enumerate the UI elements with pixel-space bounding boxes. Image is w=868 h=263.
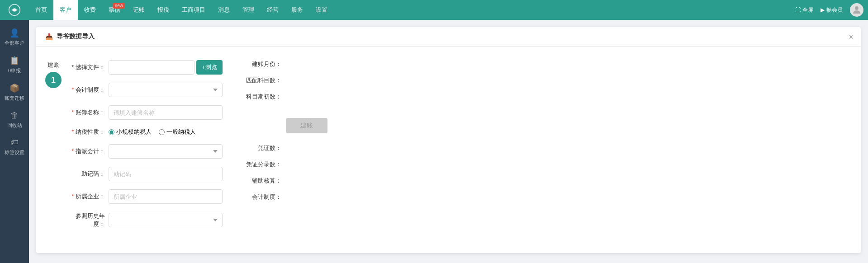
company-input[interactable]	[109, 189, 223, 204]
form-area: 建账 1 * 选择文件： +浏览	[36, 47, 861, 250]
nav-item-bookkeeping[interactable]: 记账	[127, 0, 151, 20]
match-subjects-row: 匹配科目数：	[241, 76, 422, 85]
customer-icon: 👤	[9, 28, 19, 38]
file-label: * 选择文件：	[69, 63, 105, 71]
tax-type-row: 纳税性质： 小规模纳税人 一般纳税人	[69, 128, 223, 136]
voucher-count-label: 凭证数：	[241, 144, 281, 152]
history-year-label: 参照历史年度：	[69, 212, 105, 228]
avatar[interactable]	[850, 3, 863, 17]
step-circle: 1	[45, 72, 62, 88]
auxiliary-label: 辅助核算：	[241, 177, 281, 185]
svg-point-2	[855, 6, 859, 10]
migration-icon: 📦	[9, 83, 19, 93]
sidebar-item-recycle[interactable]: 🗑 回收站	[0, 106, 29, 133]
import-panel: 📥 导爷数据导入 × 建账 1 * 选择文件：	[36, 27, 861, 253]
history-year-row: 参照历史年度：	[69, 212, 223, 228]
fullscreen-button[interactable]: ⛶ 全屏	[795, 6, 813, 14]
file-input[interactable]	[109, 60, 194, 75]
form-left: * 选择文件： +浏览 会计制度：	[69, 60, 223, 236]
history-year-select[interactable]	[109, 213, 223, 227]
ledger-name-row: 账簿名称：	[69, 105, 223, 120]
top-navigation: 首页 客户 收费 票据 new 记账 报税 工商项目 消息 管理 经营 服务 设…	[0, 0, 868, 20]
sidebar-item-migration[interactable]: 📦 账套迁移	[0, 79, 29, 106]
nav-item-settings[interactable]: 设置	[309, 0, 334, 20]
company-row: 所属企业：	[69, 189, 223, 204]
account-system-label: 会计制度：	[69, 86, 105, 94]
account-system-select[interactable]	[109, 83, 223, 97]
svg-point-1	[13, 9, 16, 12]
step-label: 建账	[47, 61, 59, 69]
subject-init-row: 科目期初数：	[241, 93, 422, 101]
radio-general-taxpayer[interactable]: 一般纳税人	[159, 128, 196, 136]
voucher-entries-row: 凭证分录数：	[241, 160, 422, 169]
tax-type-radio-group: 小规模纳税人 一般纳税人	[109, 128, 223, 136]
subject-init-label: 科目期初数：	[241, 93, 281, 101]
file-input-wrap: +浏览	[109, 60, 223, 75]
right-account-system-label: 会计制度：	[241, 193, 281, 201]
nav-item-invoice[interactable]: 票据 new	[102, 0, 127, 20]
tags-icon: 🏷	[10, 138, 19, 147]
assign-accountant-label: 指派会计：	[69, 147, 105, 155]
sidebar-item-tags[interactable]: 🏷 标签设置	[0, 133, 29, 160]
browse-button[interactable]: +浏览	[196, 60, 223, 75]
nav-item-business[interactable]: 工商项目	[175, 0, 212, 20]
voucher-count-row: 凭证数：	[241, 144, 422, 152]
voucher-entries-label: 凭证分录数：	[241, 160, 281, 169]
sidebar-item-declaration[interactable]: 📋 0申报	[0, 51, 29, 79]
main-layout: 👤 全部客户 📋 0申报 📦 账套迁移 🗑 回收站 🏷 标签设置 📥 导爷数据导…	[0, 20, 868, 263]
vip-icon: ▶	[821, 7, 825, 13]
declaration-icon: 📋	[9, 56, 19, 66]
nav-item-customer[interactable]: 客户	[53, 0, 78, 20]
auxiliary-row: 辅助核算：	[241, 177, 422, 185]
nav-item-fee[interactable]: 收费	[78, 0, 102, 20]
fullscreen-icon: ⛶	[795, 7, 801, 13]
nav-item-message[interactable]: 消息	[212, 0, 236, 20]
nav-item-manage[interactable]: 管理	[236, 0, 261, 20]
nav-item-service[interactable]: 服务	[285, 0, 309, 20]
build-btn-container: 建账	[241, 109, 422, 133]
panel-header: 📥 导爷数据导入	[36, 27, 861, 47]
memo-code-label: 助记码：	[69, 170, 105, 178]
memo-code-row: 助记码：	[69, 167, 223, 181]
recycle-icon: 🗑	[10, 111, 19, 120]
nav-items: 首页 客户 收费 票据 new 记账 报税 工商项目 消息 管理 经营 服务 设…	[29, 0, 795, 20]
ledger-name-input[interactable]	[109, 105, 223, 120]
sidebar-item-all-customers[interactable]: 👤 全部客户	[0, 23, 29, 51]
file-row: * 选择文件： +浏览	[69, 60, 223, 75]
panel-close-button[interactable]: ×	[849, 33, 854, 42]
panel-title: 导爷数据导入	[57, 33, 95, 41]
account-system-row: 会计制度：	[69, 83, 223, 97]
tax-type-label: 纳税性质：	[69, 128, 105, 136]
vip-button[interactable]: ▶ 畅会员	[821, 6, 843, 14]
right-account-system-row: 会计制度：	[241, 193, 422, 201]
new-badge: new	[113, 3, 125, 9]
build-month-row: 建账月份：	[241, 60, 422, 68]
nav-item-home[interactable]: 首页	[29, 0, 53, 20]
main-content: 📥 导爷数据导入 × 建账 1 * 选择文件：	[29, 20, 868, 263]
assign-accountant-row: 指派会计：	[69, 144, 223, 159]
match-subjects-label: 匹配科目数：	[241, 76, 281, 85]
company-label: 所属企业：	[69, 193, 105, 201]
build-month-label: 建账月份：	[241, 60, 281, 68]
nav-item-operation[interactable]: 经营	[261, 0, 285, 20]
ledger-name-label: 账簿名称：	[69, 108, 105, 117]
logo	[5, 0, 24, 20]
memo-code-input[interactable]	[109, 167, 223, 181]
step-section: 建账 1 * 选择文件： +浏览	[45, 60, 223, 236]
nav-right: ⛶ 全屏 ▶ 畅会员	[795, 3, 863, 17]
build-button: 建账	[286, 118, 327, 133]
nav-item-tax[interactable]: 报税	[151, 0, 175, 20]
sidebar: 👤 全部客户 📋 0申报 📦 账套迁移 🗑 回收站 🏷 标签设置	[0, 20, 29, 263]
radio-small-taxpayer[interactable]: 小规模纳税人	[109, 128, 152, 136]
assign-accountant-select[interactable]	[109, 144, 223, 159]
form-right: 建账月份： 匹配科目数： 科目期初数： 建账	[241, 60, 422, 236]
import-icon: 📥	[45, 33, 53, 40]
